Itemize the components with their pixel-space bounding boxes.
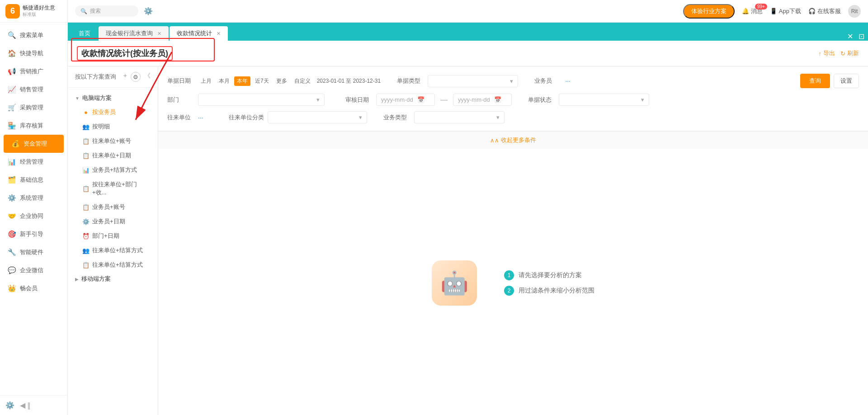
gear2-icon: ⚙️ bbox=[82, 218, 90, 225]
filter-actions: 查询 设置 bbox=[800, 74, 859, 88]
arrow-down-icon: ▼ bbox=[75, 96, 80, 101]
biz-type-select[interactable]: ▾ bbox=[414, 111, 505, 123]
sidebar-label-finance: 资金管理 bbox=[24, 140, 47, 148]
maximize-icon[interactable]: ⊡ bbox=[859, 32, 864, 41]
app-download-link[interactable]: 📱 App下载 bbox=[770, 7, 801, 15]
sidebar-item-stock[interactable]: 🏪 库存核算 bbox=[0, 117, 67, 135]
date-tab-7days[interactable]: 近7天 bbox=[252, 76, 272, 86]
staff-more-icon[interactable]: ··· bbox=[565, 77, 571, 85]
topbar-settings-icon[interactable]: ⚙️ bbox=[144, 7, 153, 15]
refresh-button[interactable]: ↻ 刷新 bbox=[840, 49, 859, 57]
empty-illustration: 🤖 bbox=[432, 260, 477, 306]
partner-label: 往来单位 bbox=[167, 113, 194, 122]
sidebar-item-operation[interactable]: 📊 经营管理 bbox=[0, 153, 67, 171]
date-tab-this-year[interactable]: 本年 bbox=[234, 76, 250, 86]
tree-item-staff-account[interactable]: 📋 业务员+账号 bbox=[68, 200, 158, 214]
date-tab-custom[interactable]: 自定义 bbox=[292, 76, 313, 86]
tree-group-desktop[interactable]: ▼ 电脑端方案 bbox=[68, 91, 158, 105]
sidebar-item-finance[interactable]: 💰 资金管理 bbox=[4, 135, 64, 153]
sidebar-label-guide: 新手引导 bbox=[20, 230, 43, 238]
tab-bank[interactable]: 现金银行流水查询 ✕ bbox=[99, 26, 169, 41]
tab-close-collection[interactable]: ✕ bbox=[217, 31, 221, 37]
tree-section: ▼ 电脑端方案 ● 按业务员 👥 按明细 📋 往来单位+账号 📋 往来 bbox=[68, 88, 158, 415]
online-service-link[interactable]: 🎧 在线客服 bbox=[808, 7, 841, 15]
topbar: 🔍 搜索 ⚙️ 体验行业方案 🔔 消息 99+ 📱 App下载 🎧 在线客服 R… bbox=[68, 0, 868, 23]
sidebar-item-enterprise[interactable]: 🤝 企业协同 bbox=[0, 207, 67, 225]
setting-button[interactable]: 设置 bbox=[834, 74, 859, 88]
review-date-to[interactable]: yyyy-mm-dd 📅 bbox=[453, 94, 512, 106]
filter-row-2: 部门 ▾ 审核日期 yyyy-mm-dd 📅 — bbox=[167, 94, 859, 106]
logo-name: 畅捷通好生意 bbox=[23, 5, 55, 12]
tab-close-bank[interactable]: ✕ bbox=[157, 31, 161, 37]
sidebar-item-sales[interactable]: 📈 销售管理 bbox=[0, 80, 67, 99]
purchase-icon: 🛒 bbox=[7, 103, 16, 112]
sidebar-item-search[interactable]: 🔍 搜索菜单 bbox=[0, 26, 67, 44]
collapse-bar[interactable]: ∧∧ 收起更多条件 bbox=[158, 131, 868, 149]
chevron-down-icon: ▾ bbox=[496, 114, 500, 121]
doc-status-select[interactable]: ▾ bbox=[559, 94, 649, 106]
date-tab-this-month[interactable]: 本月 bbox=[216, 76, 232, 86]
close-all-icon[interactable]: ✕ bbox=[847, 32, 853, 41]
add-scheme-button[interactable]: + bbox=[123, 72, 127, 82]
home-icon: 🏠 bbox=[7, 49, 16, 58]
partner-more-icon[interactable]: ··· bbox=[198, 114, 203, 121]
sidebar-item-marketing[interactable]: 📢 营销推广 bbox=[0, 62, 67, 80]
scheme-settings-button[interactable]: ⚙ bbox=[131, 72, 141, 82]
settings-icon[interactable]: ⚙️ bbox=[5, 401, 14, 410]
user-avatar[interactable]: Rit bbox=[848, 5, 861, 18]
tab-home[interactable]: 首页 bbox=[71, 26, 98, 41]
tree-item-staff-date[interactable]: ⚙️ 业务员+日期 bbox=[68, 214, 158, 229]
sidebar-item-purchase[interactable]: 🛒 采购管理 bbox=[0, 99, 67, 117]
page-header-actions: ↑ 导出 ↻ 刷新 bbox=[819, 49, 859, 57]
dept-select[interactable]: ▾ bbox=[198, 94, 325, 106]
collapse-sidebar-icon[interactable]: ◀ ‖ bbox=[20, 401, 31, 410]
export-button[interactable]: ↑ 导出 bbox=[819, 49, 835, 57]
main-content: 收款情况统计(按业务员) ↑ 导出 ↻ 刷新 按以下方案查询 + ⚙ bbox=[68, 41, 868, 415]
trial-button[interactable]: 体验行业方案 bbox=[683, 4, 735, 19]
tree-item-staff-settle[interactable]: 📊 业务员+结算方式 bbox=[68, 163, 158, 177]
sidebar-item-hardware[interactable]: 🔧 智能硬件 bbox=[0, 243, 67, 261]
tree-item-label-dept-date: 部门+日期 bbox=[92, 232, 119, 240]
tree-item-partner-account[interactable]: 📋 往来单位+账号 bbox=[68, 134, 158, 148]
notification-bell[interactable]: 🔔 消息 99+ bbox=[742, 7, 763, 15]
biz-type-label: 业务类型 bbox=[383, 113, 410, 122]
tree-item-by-detail[interactable]: 👥 按明细 bbox=[68, 119, 158, 134]
tab-collection[interactable]: 收款情况统计 ✕ bbox=[170, 26, 228, 41]
collapse-label: 收起更多条件 bbox=[501, 136, 536, 144]
sidebar-label-basic: 基础信息 bbox=[20, 176, 43, 184]
empty-steps: 1 请先选择要分析的方案 2 用过滤条件来缩小分析范围 bbox=[504, 270, 594, 296]
sidebar-label-system: 系统管理 bbox=[20, 194, 43, 202]
tree-item-by-staff[interactable]: ● 按业务员 bbox=[68, 105, 158, 119]
sidebar-item-basic[interactable]: 🗂️ 基础信息 bbox=[0, 171, 67, 189]
tree-item-label-partner-settle1: 往来单位+结算方式 bbox=[92, 246, 143, 255]
collapse-panel-button[interactable]: 《 bbox=[144, 72, 151, 82]
query-button[interactable]: 查询 bbox=[800, 74, 830, 88]
download-icon: 📱 bbox=[770, 8, 777, 14]
sidebar-item-nav[interactable]: 🏠 快捷导航 bbox=[0, 44, 67, 62]
sidebar-label-member: 畅会员 bbox=[20, 284, 38, 292]
panel-header-icons: + ⚙ 《 bbox=[123, 72, 151, 82]
tree-item-partner-dept[interactable]: 📋 按往来单位+部门+收... bbox=[68, 177, 158, 200]
tree-item-partner-settle1[interactable]: 👥 往来单位+结算方式 bbox=[68, 243, 158, 258]
panel-header: 按以下方案查询 + ⚙ 《 bbox=[68, 66, 158, 88]
date-tab-last-month[interactable]: 上月 bbox=[198, 76, 214, 86]
date-tab-more[interactable]: 更多 bbox=[274, 76, 290, 86]
tree-item-partner-date[interactable]: 📋 往来单位+日期 bbox=[68, 148, 158, 163]
tree-item-dept-date[interactable]: ⏰ 部门+日期 bbox=[68, 229, 158, 243]
tree-item-partner-settle2[interactable]: 📋 往来单位+结算方式 bbox=[68, 258, 158, 272]
sidebar-item-wechat[interactable]: 💬 企业微信 bbox=[0, 261, 67, 279]
sidebar-item-guide[interactable]: 🎯 新手引导 bbox=[0, 225, 67, 243]
doc3-icon: 📋 bbox=[82, 185, 90, 192]
doc-type-select[interactable]: ▾ bbox=[428, 75, 518, 87]
sidebar-item-system[interactable]: ⚙️ 系统管理 bbox=[0, 189, 67, 207]
sidebar-label-wechat: 企业微信 bbox=[20, 266, 43, 274]
tree-group-mobile[interactable]: ▶ 移动端方案 bbox=[68, 272, 158, 286]
sidebar-label-stock: 库存核算 bbox=[20, 122, 43, 130]
partner-category-select[interactable]: ▾ bbox=[268, 111, 367, 123]
review-date-from[interactable]: yyyy-mm-dd 📅 bbox=[376, 94, 435, 106]
topbar-actions: 体验行业方案 🔔 消息 99+ 📱 App下载 🎧 在线客服 Rit bbox=[683, 4, 861, 19]
sidebar-item-member[interactable]: 👑 畅会员 bbox=[0, 279, 67, 297]
doc-status-label: 单据状态 bbox=[528, 96, 555, 104]
search-bar[interactable]: 🔍 搜索 bbox=[75, 5, 138, 17]
export-icon: ↑ bbox=[819, 50, 822, 57]
